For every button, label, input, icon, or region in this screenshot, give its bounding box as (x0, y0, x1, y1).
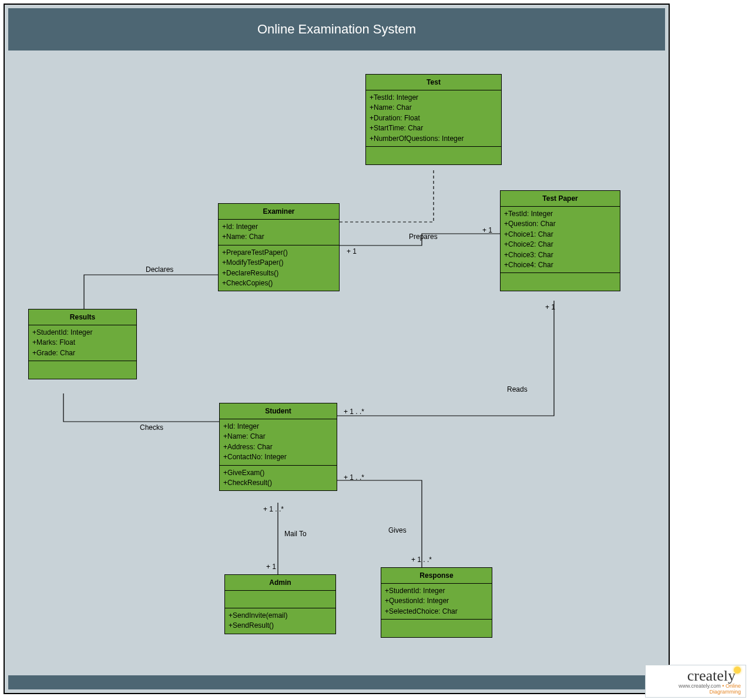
logo-subtitle: www.creately.com • Online Diagramming (650, 684, 741, 695)
multiplicity: + 1 . .* (344, 408, 364, 416)
class-title: Student (220, 403, 337, 419)
multiplicity: + 1 (347, 247, 357, 255)
class-attributes: +StudentId: Integer +Marks: Float +Grade… (29, 325, 136, 361)
label-reads: Reads (507, 385, 528, 393)
class-examiner[interactable]: Examiner +Id: Integer +Name: Char +Prepa… (218, 203, 340, 291)
logo-brand: creately (687, 667, 736, 684)
class-results[interactable]: Results +StudentId: Integer +Marks: Floa… (28, 309, 137, 379)
creately-logo[interactable]: creately www.creately.com • Online Diagr… (645, 665, 746, 698)
diagram-title: Online Examination System (257, 22, 416, 36)
class-response[interactable]: Response +StudentId: Integer +QuestionId… (381, 567, 492, 638)
title-bar: Online Examination System (8, 8, 665, 51)
label-prepares: Prepares (409, 233, 438, 241)
class-title: Response (381, 568, 492, 584)
class-student[interactable]: Student +Id: Integer +Name: Char +Addres… (219, 403, 337, 491)
class-operations (501, 273, 620, 291)
class-title: Test (366, 75, 501, 90)
multiplicity: + 1 (482, 226, 492, 234)
class-test[interactable]: Test +TestId: Integer +Name: Char +Durat… (365, 74, 502, 165)
class-operations: +GiveExam() +CheckResult() (220, 466, 337, 491)
label-checks: Checks (140, 423, 163, 432)
class-operations: +PrepareTestPaper() +ModifyTestPaper() +… (219, 245, 339, 291)
class-testpaper[interactable]: Test Paper +TestId: Integer +Question: C… (500, 190, 620, 291)
class-attributes: +Id: Integer +Name: Char +Address: Char … (220, 419, 337, 466)
class-operations: +SendInvite(email) +SendResult() (225, 608, 335, 634)
multiplicity: + 1 (266, 563, 276, 571)
diagram-canvas[interactable]: Test +TestId: Integer +Name: Char +Durat… (11, 56, 663, 687)
class-title: Examiner (219, 204, 339, 220)
multiplicity: + 1 . .* (411, 556, 432, 564)
class-admin[interactable]: Admin +SendInvite(email) +SendResult() (224, 574, 336, 634)
class-attributes (225, 591, 335, 608)
class-attributes: +TestId: Integer +Question: Char +Choice… (501, 207, 620, 273)
class-title: Test Paper (501, 191, 620, 207)
class-attributes: +StudentId: Integer +QuestionId: Integer… (381, 584, 492, 620)
lightbulb-icon (734, 667, 741, 674)
class-title: Results (29, 309, 136, 325)
footer-strip (8, 675, 665, 689)
class-attributes: +Id: Integer +Name: Char (219, 220, 339, 245)
diagram-frame: Online Examination System Test +TestId: … (4, 4, 670, 694)
label-mailto: Mail To (284, 530, 307, 538)
multiplicity: + 1 . .* (344, 473, 364, 482)
class-operations (366, 147, 501, 164)
multiplicity: + 1 . .* (263, 505, 284, 513)
multiplicity: + 1 (545, 303, 555, 311)
label-gives: Gives (388, 526, 407, 534)
class-operations (381, 620, 492, 637)
label-declares: Declares (146, 265, 173, 274)
class-title: Admin (225, 575, 335, 591)
class-operations (29, 361, 136, 379)
class-attributes: +TestId: Integer +Name: Char +Duration: … (366, 90, 501, 147)
